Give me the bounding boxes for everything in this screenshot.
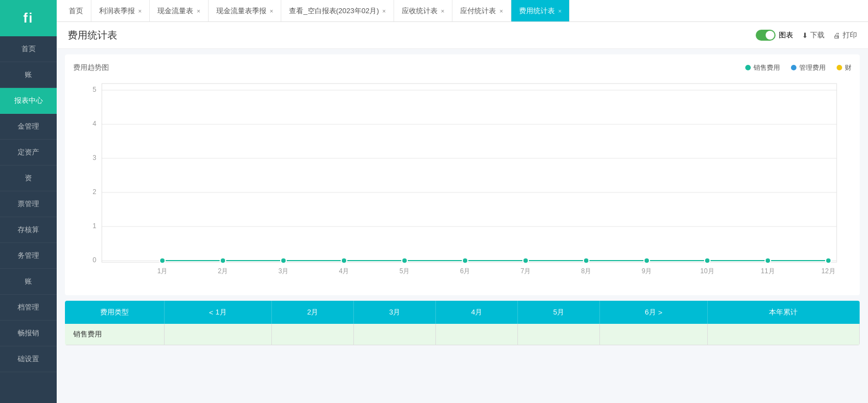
tab-blank-report[interactable]: 查看_空白报表(2023年02月) × [281,0,394,22]
page-header: 费用统计表 图表 ⬇ 下载 🖨 打印 [57,22,868,49]
chart-container: 5 4 3 2 1 0 [73,78,851,287]
tab-close-cashflow-quarterly[interactable]: × [270,8,273,14]
svg-rect-12 [102,84,837,262]
th-month-6-label: 6月 [645,307,656,317]
chart-legend: 销售费用 管理费用 财 [745,63,851,73]
sidebar-item-account[interactable]: 账 [0,62,57,88]
row-val-1 [164,324,271,345]
tab-close-expense-stat[interactable]: × [558,8,561,14]
svg-text:0: 0 [92,256,96,264]
download-icon: ⬇ [802,31,808,40]
sidebar-item-service[interactable]: 务管理 [0,243,57,269]
row-val-6 [600,324,707,345]
th-month-nav-prev[interactable]: < 1月 [164,301,271,324]
sidebar: fi 首页 账 报表中心 金管理 定资产 资 票管理 存核算 务管理 账 档管理… [0,0,57,403]
tab-close-blank-report[interactable]: × [383,8,386,14]
svg-text:4: 4 [92,120,96,128]
tab-expense-stat[interactable]: 费用统计表 × [511,0,570,22]
tab-close-payable-stat[interactable]: × [499,8,503,14]
sidebar-item-investment[interactable]: 资 [0,165,57,191]
row-val-5 [518,324,600,345]
main-area: 首页 利润表季报 × 现金流量表 × 现金流量表季报 × 查看_空白报表(202… [57,0,868,403]
row-val-3 [354,324,436,345]
tab-cashflow-quarterly[interactable]: 现金流量表季报 × [209,0,281,22]
svg-point-23 [765,258,771,263]
legend-label-sales: 销售费用 [754,63,780,73]
tab-receivable[interactable]: 应收统计表 × [394,0,452,22]
legend-dot-finance [837,65,842,70]
data-table: 费用类型 < 1月 2月 3月 4月 5月 [65,301,860,345]
legend-sales: 销售费用 [745,63,780,73]
svg-point-18 [462,258,468,263]
svg-text:9月: 9月 [642,267,652,275]
svg-text:10月: 10月 [700,267,714,275]
svg-text:1: 1 [92,222,96,230]
header-actions: 图表 ⬇ 下载 🖨 打印 [756,30,857,41]
legend-label-admin: 管理费用 [799,63,826,73]
chart-title: 费用趋势图 [73,63,109,73]
svg-point-15 [281,258,286,263]
th-month-1: 1月 [215,307,226,317]
chart-toggle-container: 图表 [756,30,793,41]
th-month-6-nav[interactable]: 6月 > [600,301,707,324]
row-total [707,324,859,345]
prev-arrow-icon[interactable]: < [209,308,214,317]
sidebar-item-home[interactable]: 首页 [0,36,57,62]
svg-text:6月: 6月 [460,267,471,275]
row-type: 销售费用 [65,324,164,345]
tab-close-receivable[interactable]: × [441,8,444,14]
chart-section: 费用趋势图 销售费用 管理费用 财 [65,54,860,295]
sidebar-logo: fi [0,0,57,36]
chart-toggle[interactable] [756,30,776,41]
svg-point-17 [402,258,407,263]
svg-point-16 [341,258,347,263]
svg-point-14 [220,258,226,263]
svg-point-22 [705,258,710,263]
svg-text:1月: 1月 [157,267,168,275]
print-button[interactable]: 🖨 打印 [833,30,857,40]
table-section: 费用类型 < 1月 2月 3月 4月 5月 [65,301,860,345]
sidebar-item-writeoff[interactable]: 畅报销 [0,321,57,346]
sidebar-item-fund[interactable]: 金管理 [0,114,57,140]
svg-text:3: 3 [92,154,96,162]
sidebar-item-inventory[interactable]: 存核算 [0,217,57,243]
table-row: 销售费用 [65,324,860,345]
tab-close-profit-quarterly[interactable]: × [138,8,141,14]
sidebar-item-payable[interactable]: 账 [0,269,57,295]
legend-label-finance: 财 [845,63,851,73]
tab-close-cashflow[interactable]: × [196,8,200,14]
chart-toggle-label: 图表 [779,30,793,40]
content-area: 费用统计表 图表 ⬇ 下载 🖨 打印 [57,22,868,403]
svg-point-24 [826,258,831,263]
svg-point-20 [583,258,589,263]
th-month-3: 3月 [354,301,436,324]
tab-home[interactable]: 首页 [61,0,91,22]
page-title: 费用统计表 [68,29,117,42]
sidebar-item-invoice[interactable]: 票管理 [0,191,57,217]
svg-text:3月: 3月 [279,267,289,275]
trend-chart: 5 4 3 2 1 0 [73,78,851,281]
th-month-4: 4月 [436,301,518,324]
row-val-4 [436,324,518,345]
svg-point-19 [523,258,528,263]
legend-finance: 财 [837,63,851,73]
svg-text:2: 2 [92,188,96,196]
tab-payable-stat[interactable]: 应付统计表 × [452,0,511,22]
sidebar-item-file-mgmt[interactable]: 档管理 [0,295,57,321]
svg-text:5月: 5月 [400,267,410,275]
download-button[interactable]: ⬇ 下载 [802,30,825,40]
next-arrow-icon[interactable]: > [658,308,663,317]
tab-bar: 首页 利润表季报 × 现金流量表 × 现金流量表季报 × 查看_空白报表(202… [57,0,868,22]
th-month-2: 2月 [271,301,353,324]
svg-text:8月: 8月 [581,267,592,275]
tab-cashflow[interactable]: 现金流量表 × [150,0,208,22]
th-month-5: 5月 [518,301,600,324]
svg-text:7月: 7月 [521,267,531,275]
sidebar-item-settings[interactable]: 础设置 [0,346,57,372]
svg-text:12月: 12月 [821,267,835,275]
svg-text:11月: 11月 [761,267,774,275]
svg-text:5: 5 [92,86,96,93]
sidebar-item-report-center[interactable]: 报表中心 [0,88,57,114]
sidebar-item-fixed-assets[interactable]: 定资产 [0,140,57,165]
tab-profit-quarterly[interactable]: 利润表季报 × [91,0,150,22]
